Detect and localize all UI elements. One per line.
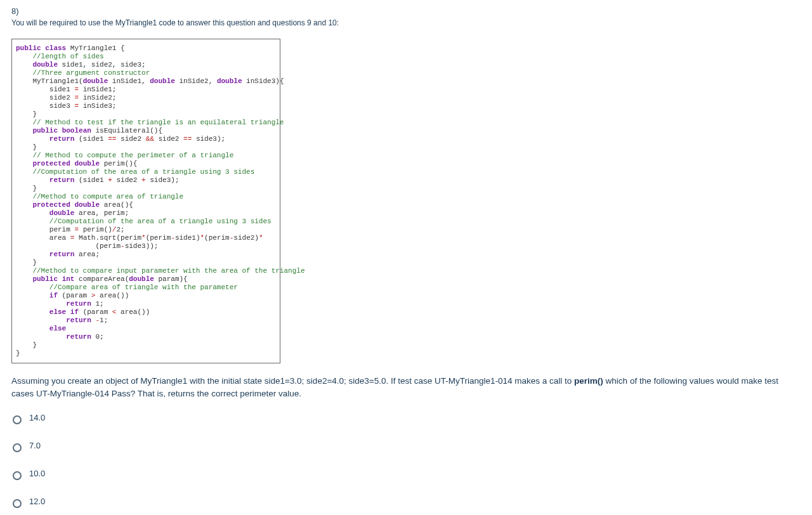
question-number: 8) — [11, 6, 801, 16]
radio-icon[interactable] — [13, 471, 22, 480]
option-1[interactable]: 7.0 — [13, 442, 801, 452]
code-block: public class MyTriangle1 { //length of s… — [11, 39, 280, 363]
option-label: 14.0 — [29, 413, 45, 422]
radio-icon[interactable] — [13, 443, 22, 452]
option-0[interactable]: 14.0 — [13, 414, 801, 424]
option-label: 10.0 — [29, 469, 45, 478]
options-group: 14.07.010.012.0 — [11, 414, 801, 508]
option-3[interactable]: 12.0 — [13, 498, 801, 508]
radio-icon[interactable] — [13, 499, 22, 508]
option-label: 7.0 — [29, 441, 41, 450]
option-label: 12.0 — [29, 497, 45, 506]
radio-icon[interactable] — [13, 415, 22, 424]
intro-text: You will be required to use the MyTriang… — [11, 18, 801, 27]
question-text-pre: Assuming you create an object of MyTrian… — [11, 376, 574, 386]
question-text: Assuming you create an object of MyTrian… — [11, 375, 801, 400]
question-text-bold: perim() — [574, 376, 603, 386]
option-2[interactable]: 10.0 — [13, 470, 801, 480]
question-page: 8) You will be required to use the MyTri… — [0, 0, 812, 515]
